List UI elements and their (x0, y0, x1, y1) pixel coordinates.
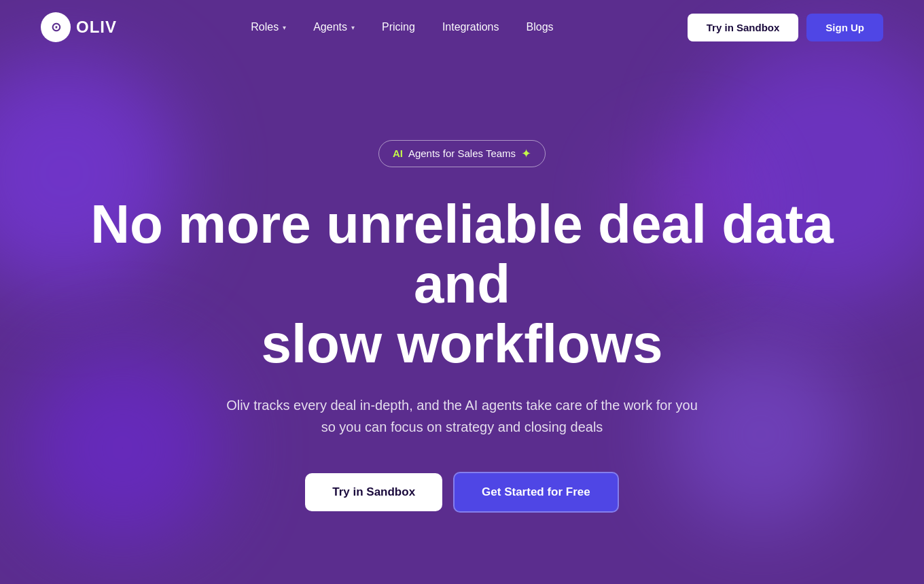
nav-item-pricing[interactable]: Pricing (382, 21, 415, 33)
navbar: ⊙ OLIV Roles ▾ Agents ▾ Pricing (0, 0, 924, 54)
logo-text: OLIV (76, 18, 117, 37)
nav-label-agents: Agents (313, 21, 347, 33)
hero-content: AI Agents for Sales Teams ✦ No more unre… (0, 54, 924, 584)
hero-section: ⊙ OLIV Roles ▾ Agents ▾ Pricing (0, 0, 924, 584)
sparkle-icon: ✦ (521, 146, 531, 161)
nav-link-roles[interactable]: Roles ▾ (251, 21, 286, 33)
hero-subtitle: Oliv tracks every deal in-depth, and the… (226, 394, 698, 438)
nav-link-agents[interactable]: Agents ▾ (313, 21, 355, 33)
nav-item-roles[interactable]: Roles ▾ (251, 21, 286, 33)
logo[interactable]: ⊙ OLIV (41, 12, 117, 42)
nav-link-integrations[interactable]: Integrations (442, 21, 499, 33)
badge-ai-text: AI (393, 148, 403, 159)
hero-title-line1: No more unreliable deal data and (90, 194, 834, 314)
hero-sandbox-button[interactable]: Try in Sandbox (305, 473, 442, 511)
nav-label-blogs: Blogs (527, 21, 554, 33)
chevron-down-icon: ▾ (351, 24, 355, 31)
logo-icon: ⊙ (41, 12, 71, 42)
hero-subtitle-line1: Oliv tracks every deal in-depth, and the… (226, 398, 698, 413)
chevron-down-icon: ▾ (283, 24, 286, 31)
nav-link-blogs[interactable]: Blogs (527, 21, 554, 33)
hero-title: No more unreliable deal data and slow wo… (88, 194, 836, 374)
nav-buttons: Try in Sandbox Sign Up (688, 14, 883, 41)
nav-label-integrations: Integrations (442, 21, 499, 33)
nav-label-roles: Roles (251, 21, 279, 33)
nav-signup-button[interactable]: Sign Up (806, 14, 883, 41)
nav-item-blogs[interactable]: Blogs (527, 21, 554, 33)
nav-item-integrations[interactable]: Integrations (442, 21, 499, 33)
nav-link-pricing[interactable]: Pricing (382, 21, 415, 33)
hero-badge: AI Agents for Sales Teams ✦ (378, 140, 546, 167)
nav-label-pricing: Pricing (382, 21, 415, 33)
hero-getstarted-button[interactable]: Get Started for Free (453, 472, 619, 513)
hero-title-line2: slow workflows (261, 313, 662, 374)
nav-item-agents[interactable]: Agents ▾ (313, 21, 355, 33)
hero-subtitle-line2: so you can focus on strategy and closing… (321, 419, 603, 434)
badge-rest-text: Agents for Sales Teams (408, 148, 516, 159)
nav-try-sandbox-button[interactable]: Try in Sandbox (688, 14, 799, 41)
hero-buttons: Try in Sandbox Get Started for Free (305, 472, 619, 513)
nav-links: Roles ▾ Agents ▾ Pricing Integrations (251, 21, 553, 33)
